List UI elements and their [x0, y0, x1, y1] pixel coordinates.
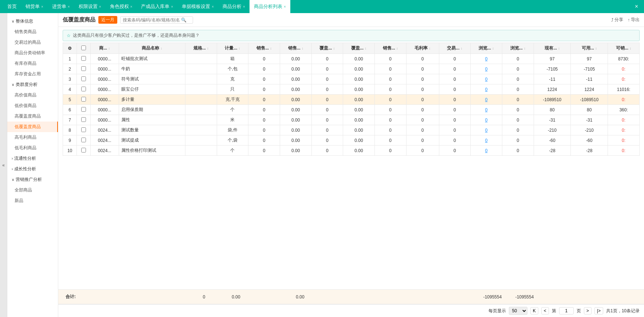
share-button[interactable]: ⤴ 分享 [611, 17, 623, 23]
col-code[interactable]: 商... ↕ [90, 43, 119, 54]
close-icon[interactable]: × [68, 5, 70, 9]
sidebar-item-low-coverage[interactable]: 低覆盖度商品 [7, 122, 58, 132]
row-select-checkbox[interactable] [81, 148, 86, 152]
row-checkbox[interactable] [77, 74, 91, 84]
window-close-button[interactable]: × [632, 3, 641, 10]
row-browse1[interactable]: 0 [471, 74, 502, 84]
row-browse1[interactable]: 0 [471, 146, 502, 156]
col-settings[interactable]: ⚙ [63, 43, 77, 54]
col-saleable[interactable]: 可销... ↕ [608, 43, 640, 54]
sidebar-section-flow[interactable]: › 流通性分析 [7, 153, 58, 164]
close-icon[interactable]: × [99, 5, 101, 9]
row-checkbox[interactable] [77, 84, 91, 95]
search-icon[interactable]: 🔍 [181, 17, 186, 23]
col-unit[interactable]: 计量... ↕ [217, 43, 248, 54]
row-browse1[interactable]: 0 [471, 135, 502, 146]
row-checkbox[interactable] [77, 115, 91, 125]
col-gross[interactable]: 毛利率 ↕ [406, 43, 439, 54]
col-browse1[interactable]: 浏览... ↕ [471, 43, 502, 54]
row-cov2: 0.00 [343, 146, 375, 156]
last-page-button[interactable]: |> [594, 307, 603, 314]
nav-product-storage[interactable]: 产成品入库单 × [137, 0, 177, 13]
row-checkbox[interactable] [77, 95, 91, 105]
row-select-checkbox[interactable] [81, 138, 86, 142]
col-available[interactable]: 可用... ↕ [571, 43, 608, 54]
row-select-checkbox[interactable] [81, 76, 86, 81]
close-icon[interactable]: × [243, 5, 245, 9]
page-label: 第 [552, 308, 556, 314]
col-sales-amt[interactable]: 销售... ↕ [280, 43, 311, 54]
row-select-checkbox[interactable] [81, 87, 86, 91]
export-button[interactable]: ↑ 导出 [628, 17, 640, 23]
first-page-button[interactable]: K [530, 307, 538, 314]
sidebar-section-marketing[interactable]: ∨ 营销推广分析 [7, 174, 58, 185]
close-icon[interactable]: × [212, 5, 214, 9]
col-spec[interactable]: 规格... ↕ [185, 43, 217, 54]
next-page-button[interactable]: > [584, 307, 592, 314]
sidebar-item-low-margin[interactable]: 低毛利商品 [7, 143, 58, 153]
row-browse1[interactable]: 0 [471, 105, 502, 115]
row-checkbox[interactable] [77, 54, 91, 64]
prev-page-button[interactable]: < [541, 307, 549, 314]
sidebar-item-stock-goods[interactable]: 有库存商品 [7, 58, 58, 69]
select-all-checkbox[interactable] [81, 45, 86, 50]
nav-role[interactable]: 角色授权 × [106, 0, 137, 13]
nav-analysis[interactable]: 商品分析 × [218, 0, 250, 13]
nav-home[interactable]: 首页 [3, 0, 21, 13]
per-page-select[interactable]: 50 10 20 100 [509, 307, 527, 315]
nav-analysis-list[interactable]: 商品分析列表 × [250, 0, 290, 13]
row-select-checkbox[interactable] [81, 117, 86, 122]
sidebar-item-high-coverage[interactable]: 高覆盖度商品 [7, 111, 58, 122]
col-checkbox[interactable] [77, 43, 91, 54]
close-icon[interactable]: × [41, 5, 43, 9]
page-input[interactable] [559, 307, 574, 314]
sidebar-section-overall[interactable]: ∨ 整体信息 [7, 16, 58, 27]
nav-permission[interactable]: 权限设置 × [74, 0, 106, 13]
sidebar-item-new-goods[interactable]: 新品 [7, 195, 58, 206]
col-name[interactable]: 商品名称 ↕ [119, 43, 185, 54]
row-select-checkbox[interactable] [81, 97, 86, 102]
row-select-checkbox[interactable] [81, 66, 86, 71]
row-checkbox[interactable] [77, 105, 91, 115]
row-browse1[interactable]: 0 [471, 115, 502, 125]
close-icon[interactable]: × [171, 5, 173, 9]
col-cov1[interactable]: 覆盖... ↕ [311, 43, 343, 54]
search-input[interactable] [123, 17, 181, 23]
row-checkbox[interactable] [77, 135, 91, 146]
row-select-checkbox[interactable] [81, 107, 86, 112]
row-select-checkbox[interactable] [81, 56, 86, 61]
row-checkbox[interactable] [77, 146, 91, 156]
sidebar-item-high-value[interactable]: 高价值商品 [7, 90, 58, 100]
row-checkbox[interactable] [77, 125, 91, 135]
row-browse1[interactable]: 0 [471, 95, 502, 105]
nav-sales[interactable]: 销货单 × [21, 0, 48, 13]
sidebar-section-cluster[interactable]: ∨ 类群度分析 [7, 79, 58, 90]
table-container[interactable]: ⚙ 商... ↕ 商品名称 ↕ 规格... ↕ 计量... ↕ 销售... ↕ … [58, 43, 644, 289]
close-icon[interactable]: × [130, 5, 133, 9]
nav-purchase[interactable]: 进货单 × [48, 0, 74, 13]
nav-template[interactable]: 单据模板设置 × [177, 0, 218, 13]
sidebar-item-low-value[interactable]: 低价值商品 [7, 100, 58, 111]
sidebar-item-all-goods[interactable]: 全部商品 [7, 185, 58, 195]
col-trade[interactable]: 交易... ↕ [439, 43, 471, 54]
sidebar-item-high-margin[interactable]: 高毛利商品 [7, 132, 58, 143]
sidebar-item-sales-goods[interactable]: 销售类商品 [7, 27, 58, 37]
row-select-checkbox[interactable] [81, 127, 86, 132]
sidebar-item-traded-goods[interactable]: 交易过的商品 [7, 37, 58, 48]
col-browse2[interactable]: 浏览... ↕ [502, 43, 534, 54]
row-browse1[interactable]: 0 [471, 125, 502, 135]
sidebar-item-category-rate[interactable]: 商品分类动销率 [7, 48, 58, 58]
sidebar-item-stock-capital[interactable]: 库存资金占用 [7, 69, 58, 79]
time-filter-button[interactable]: 近一月 [98, 16, 117, 24]
col-cov2[interactable]: 覆盖... ↕ [343, 43, 375, 54]
sidebar-section-growth[interactable]: › 成长性分析 [7, 164, 58, 174]
col-sales-qty[interactable]: 销售... ↕ [248, 43, 280, 54]
row-browse1[interactable]: 0 [471, 84, 502, 95]
row-browse1[interactable]: 0 [471, 54, 502, 64]
row-checkbox[interactable] [77, 64, 91, 74]
col-sales3[interactable]: 销售... ↕ [374, 43, 406, 54]
row-browse1[interactable]: 0 [471, 64, 502, 74]
close-icon[interactable]: × [284, 5, 286, 9]
sidebar-collapse-button[interactable]: « [0, 13, 7, 317]
col-current[interactable]: 现有... ↕ [534, 43, 571, 54]
